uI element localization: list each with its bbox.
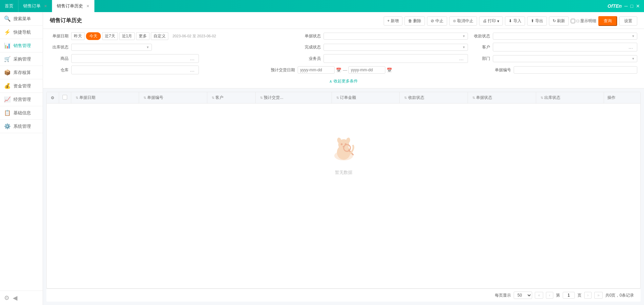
close-btn[interactable]: ✕ xyxy=(636,3,640,9)
salesperson-input-wrap[interactable]: ... xyxy=(324,54,468,63)
order-status-label: 单据状态 xyxy=(302,33,321,39)
collapse-row[interactable]: ∧ 收起更多条件 xyxy=(50,77,637,85)
order-num-input[interactable] xyxy=(514,66,637,74)
print-label: 🖨 打印 xyxy=(483,18,496,24)
th-expected-date-label: 预计交货... xyxy=(264,95,283,100)
show-detail-label: □ 显示明细 xyxy=(576,18,596,24)
date-more-btn[interactable]: 更多 xyxy=(136,32,149,40)
table-area: ⚙ ⇅ 单据日期 ⇅ 单据编号 xyxy=(46,92,641,289)
export-button[interactable]: ⬆ 导出 xyxy=(527,16,547,26)
sidebar: 🔍 搜索菜单 ⚡ 快捷导航 📊 销售管理 🛒 采购管理 📦 库存核算 💰 资金管… xyxy=(0,12,43,305)
select-all-checkbox[interactable] xyxy=(62,95,67,100)
sidebar-item-operations-mgmt-label: 经营管理 xyxy=(13,97,31,103)
page-size-select[interactable]: 50 10 20 100 xyxy=(514,292,532,299)
salesperson-dots-btn[interactable]: ... xyxy=(458,55,465,62)
th-date-label: 单据日期 xyxy=(79,95,95,100)
date-yesterday-btn[interactable]: 昨天 xyxy=(71,32,85,40)
date-1month-btn[interactable]: 近1月 xyxy=(119,32,135,40)
goods-input-wrap[interactable]: ... xyxy=(71,54,199,63)
last-page-btn[interactable]: » xyxy=(594,292,603,299)
goods-dots-btn[interactable]: ... xyxy=(189,55,196,62)
delivery-status-select[interactable]: ▾ xyxy=(71,44,152,51)
calendar-from-icon[interactable]: 📅 xyxy=(336,68,341,73)
new-button[interactable]: + 新增 xyxy=(384,16,402,26)
sidebar-settings-icon[interactable]: ⚙ xyxy=(4,294,9,302)
stop-button[interactable]: ⊘ 中止 xyxy=(427,16,447,26)
calendar-to-icon[interactable]: 📅 xyxy=(387,68,392,73)
department-select[interactable]: ▾ xyxy=(493,55,637,62)
page-size-label: 每页显示 xyxy=(495,293,511,298)
data-table: ⚙ ⇅ 单据日期 ⇅ 单据编号 xyxy=(47,92,640,202)
date-custom-btn[interactable]: 自定义 xyxy=(151,32,168,40)
page-label: 第 xyxy=(556,293,560,298)
th-number[interactable]: ⇅ 单据编号 xyxy=(139,92,207,104)
date-group: 昨天 今天 近7天 近1月 更多 自定义 xyxy=(71,32,168,40)
th-delivery-status[interactable]: ⇅ 出库状态 xyxy=(536,92,604,104)
th-order-status[interactable]: ⇅ 单据状态 xyxy=(468,92,536,104)
setting-button[interactable]: 设置 xyxy=(619,16,637,26)
sidebar-item-capital-mgmt[interactable]: 💰 资金管理 xyxy=(0,79,43,93)
tab-sales-order-history-close[interactable]: ✕ xyxy=(86,4,89,8)
th-expected-date[interactable]: ⇅ 预计交货... xyxy=(255,92,332,104)
order-num-label: 单据编号 xyxy=(492,67,511,73)
sidebar-item-sales-mgmt[interactable]: 📊 销售管理 xyxy=(0,39,43,52)
maximize-btn[interactable]: □ xyxy=(631,3,633,9)
print-button[interactable]: 🖨 打印 ▾ xyxy=(479,16,503,26)
cancel-stop-button[interactable]: ⊙ 取消中止 xyxy=(449,16,477,26)
order-status-chevron: ▾ xyxy=(463,34,465,38)
expected-date-from[interactable] xyxy=(298,66,335,74)
tab-sales-order-history[interactable]: 销售订单历史 ✕ xyxy=(52,0,94,12)
customer-dots-btn[interactable]: ... xyxy=(627,44,634,50)
sidebar-item-system-mgmt[interactable]: ⚙️ 系统管理 xyxy=(0,120,43,133)
tab-sales-order-history-label: 销售订单历史 xyxy=(57,3,83,9)
import-button[interactable]: ⬇ 导入 xyxy=(505,16,525,26)
sidebar-item-purchase-mgmt[interactable]: 🛒 采购管理 xyxy=(0,52,43,66)
complete-status-select[interactable]: ▾ xyxy=(324,44,468,51)
sidebar-item-search-menu[interactable]: 🔍 搜索菜单 xyxy=(0,12,43,26)
delete-button[interactable]: 🗑 删除 xyxy=(404,16,425,26)
payment-status-select[interactable]: ▾ xyxy=(493,33,637,40)
empty-state-row: 暂无数据 xyxy=(47,104,640,203)
sidebar-item-operations-mgmt[interactable]: 📈 经营管理 xyxy=(0,93,43,106)
date-7days-btn[interactable]: 近7天 xyxy=(102,32,118,40)
sidebar-item-base-info[interactable]: 📋 基础信息 xyxy=(0,106,43,120)
capital-mgmt-icon: 💰 xyxy=(4,83,11,89)
operations-mgmt-icon: 📈 xyxy=(4,96,11,103)
page-header: 销售订单历史 + 新增 🗑 删除 ⊘ 中止 ⊙ 取消中止 🖨 打印 ▾ ⬇ 导入… xyxy=(43,12,644,29)
customer-input-wrap[interactable]: ... xyxy=(493,43,637,51)
th-customer[interactable]: ⇅ 客户 xyxy=(207,92,255,104)
show-detail-checkbox-wrap[interactable]: □ 显示明细 xyxy=(571,18,596,24)
tab-home[interactable]: 首页 xyxy=(0,0,18,12)
th-settings[interactable]: ⚙ xyxy=(47,92,59,104)
first-page-btn[interactable]: « xyxy=(535,292,543,299)
sidebar-collapse-icon[interactable]: ◀ xyxy=(13,294,17,302)
svg-point-5 xyxy=(341,143,343,145)
prev-page-btn[interactable]: ‹ xyxy=(546,292,553,299)
th-number-label: 单据编号 xyxy=(147,95,163,100)
salesperson-label: 业务员 xyxy=(302,56,321,62)
sidebar-item-inventory-calc[interactable]: 📦 库存核算 xyxy=(0,66,43,79)
th-payment-status[interactable]: ⇅ 收款状态 xyxy=(400,92,468,104)
table-header-row: ⚙ ⇅ 单据日期 ⇅ 单据编号 xyxy=(47,92,640,104)
tab-sales-order[interactable]: 销售订单 ✕ xyxy=(18,0,52,12)
query-button[interactable]: 查询 xyxy=(598,16,617,26)
tab-sales-order-close[interactable]: ✕ xyxy=(44,4,47,8)
page-num-input[interactable] xyxy=(563,292,575,299)
sidebar-item-quick-nav[interactable]: ⚡ 快捷导航 xyxy=(0,26,43,39)
show-detail-checkbox[interactable] xyxy=(571,19,575,23)
payment-status-chevron: ▾ xyxy=(632,34,634,38)
th-date[interactable]: ⇅ 单据日期 xyxy=(71,92,139,104)
settings-icon[interactable]: ⚙ xyxy=(51,96,54,100)
next-page-btn[interactable]: › xyxy=(584,292,592,299)
th-amount[interactable]: ⇅ 订单金额 xyxy=(332,92,400,104)
expected-date-to[interactable] xyxy=(348,66,385,74)
base-info-icon: 📋 xyxy=(4,110,11,116)
minimize-btn[interactable]: ─ xyxy=(625,3,628,9)
th-operation-label: 操作 xyxy=(607,95,615,100)
date-today-btn[interactable]: 今天 xyxy=(86,32,101,40)
warehouse-input-wrap[interactable]: ... xyxy=(71,66,199,74)
refresh-button[interactable]: ↻ 刷新 xyxy=(549,16,569,26)
date-filter-label: 单据日期 xyxy=(50,33,69,39)
order-status-select[interactable]: ▾ xyxy=(324,33,468,40)
warehouse-dots-btn[interactable]: ... xyxy=(189,67,196,73)
